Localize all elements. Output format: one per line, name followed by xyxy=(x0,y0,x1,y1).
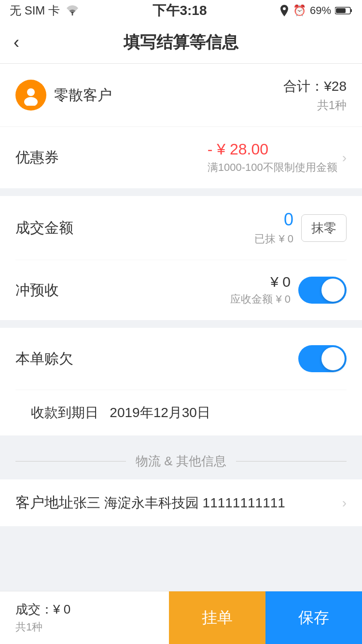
deal-amount-row: 成交金额 0 已抹 ¥ 0 抹零 xyxy=(15,196,347,260)
coupon-row[interactable]: 优惠券 - ¥ 28.00 满1000-100不限制使用金额 › xyxy=(0,126,362,188)
svg-point-5 xyxy=(24,97,38,106)
avatar xyxy=(15,80,46,111)
total-amount: 合计：¥28 xyxy=(283,77,347,96)
hang-button[interactable]: 挂单 xyxy=(169,591,265,644)
deal-amount-sub: 已抹 ¥ 0 xyxy=(254,232,293,246)
bottom-deal-prefix: 成交： xyxy=(15,602,53,616)
nav-bar: ‹ 填写结算等信息 xyxy=(0,21,362,64)
wifi-icon xyxy=(65,5,80,16)
debt-label: 本单赊欠 xyxy=(15,349,73,369)
customer-right: 合计：¥28 共1种 xyxy=(283,77,347,113)
prepay-right: ¥ 0 应收金额 ¥ 0 xyxy=(230,274,347,307)
debt-toggle-knob xyxy=(321,347,345,370)
address-value: 张三 海淀永丰科技园 11111111111 xyxy=(73,494,337,512)
bottom-bar: 成交：¥ 0 共1种 挂单 保存 xyxy=(0,591,362,644)
svg-point-4 xyxy=(27,88,35,96)
prepay-value-group: ¥ 0 应收金额 ¥ 0 xyxy=(230,274,291,307)
deal-amount-right: 0 已抹 ¥ 0 抹零 xyxy=(254,210,347,246)
total-count: 共1种 xyxy=(283,98,347,113)
address-row[interactable]: 客户地址 张三 海淀永丰科技园 11111111111 › xyxy=(0,479,362,526)
address-label: 客户地址 xyxy=(15,493,73,513)
bottom-left: 成交：¥ 0 共1种 xyxy=(0,591,169,644)
debt-row: 本单赊欠 xyxy=(15,328,347,390)
prepay-row: 冲预收 ¥ 0 应收金额 ¥ 0 xyxy=(15,260,347,320)
coupon-right: - ¥ 28.00 满1000-100不限制使用金额 › xyxy=(208,140,347,175)
bottom-count-label: 共1种 xyxy=(15,620,153,634)
due-date-label: 收款到期日 2019年12月30日 xyxy=(31,405,210,420)
prepay-toggle-knob xyxy=(321,279,345,302)
bottom-deal-label: 成交：¥ 0 xyxy=(15,601,153,618)
debt-toggle[interactable] xyxy=(298,345,347,372)
prepay-value: ¥ 0 xyxy=(230,274,291,290)
svg-point-0 xyxy=(72,14,73,15)
battery-icon xyxy=(335,6,352,15)
round-zero-button[interactable]: 抹零 xyxy=(301,214,347,242)
coupon-label: 优惠券 xyxy=(15,148,59,168)
divider-line-right xyxy=(236,461,347,462)
coupon-desc: 满1000-100不限制使用金额 xyxy=(208,160,337,175)
carrier-label: 无 SIM 卡 xyxy=(10,3,60,18)
prepay-sub: 应收金额 ¥ 0 xyxy=(230,292,291,307)
address-section: 客户地址 张三 海淀永丰科技园 11111111111 › xyxy=(0,479,362,526)
status-right: ⏰ 69% xyxy=(279,4,352,17)
status-left: 无 SIM 卡 xyxy=(10,3,80,18)
battery-label: 69% xyxy=(310,4,331,17)
address-chevron-icon: › xyxy=(342,495,347,511)
status-bar: 无 SIM 卡 下午3:18 ⏰ 69% xyxy=(0,0,362,21)
svg-rect-3 xyxy=(336,8,346,13)
coupon-info: - ¥ 28.00 满1000-100不限制使用金额 xyxy=(208,140,337,175)
due-date-prefix: 收款到期日 xyxy=(31,405,98,420)
coupon-chevron-icon: › xyxy=(342,150,347,166)
customer-name: 零散客户 xyxy=(54,85,112,105)
deal-amount-value: 0 xyxy=(254,210,293,230)
svg-rect-2 xyxy=(350,9,352,12)
deal-section: 成交金额 0 已抹 ¥ 0 抹零 冲预收 ¥ 0 应收金额 ¥ 0 xyxy=(0,196,362,320)
customer-row: 零散客户 合计：¥28 共1种 xyxy=(0,64,362,126)
time-label: 下午3:18 xyxy=(153,1,207,20)
prepay-label: 冲预收 xyxy=(15,280,59,300)
logistics-label: 物流 & 其他信息 xyxy=(126,453,236,470)
bottom-deal-value: ¥ 0 xyxy=(53,602,70,616)
due-date-row: 收款到期日 2019年12月30日 xyxy=(15,390,347,435)
divider-line-left xyxy=(15,461,126,462)
due-date-value: 2019年12月30日 xyxy=(110,405,210,420)
deal-amount-label: 成交金额 xyxy=(15,218,73,238)
save-button[interactable]: 保存 xyxy=(265,591,362,644)
customer-left: 零散客户 xyxy=(15,80,112,111)
alarm-icon: ⏰ xyxy=(293,4,306,17)
location-icon xyxy=(279,5,289,16)
coupon-amount: - ¥ 28.00 xyxy=(208,140,337,158)
logistics-divider: 物流 & 其他信息 xyxy=(0,443,362,479)
prepay-toggle[interactable] xyxy=(298,277,347,304)
back-button[interactable]: ‹ xyxy=(14,32,19,53)
debt-section: 本单赊欠 收款到期日 2019年12月30日 xyxy=(0,328,362,435)
page-title: 填写结算等信息 xyxy=(124,31,238,54)
customer-section: 零散客户 合计：¥28 共1种 优惠券 - ¥ 28.00 满1000-100不… xyxy=(0,64,362,188)
deal-value-group: 0 已抹 ¥ 0 xyxy=(254,210,293,246)
